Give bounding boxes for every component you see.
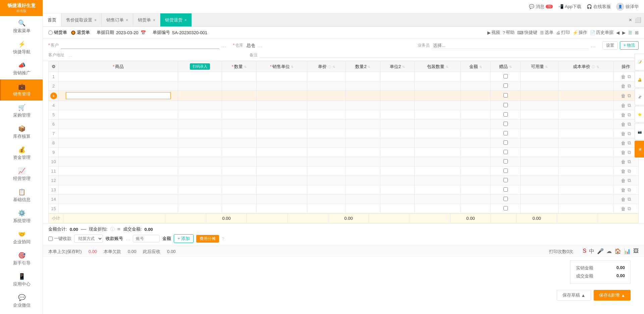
available-cell-13[interactable] bbox=[520, 185, 558, 195]
copy-row-btn-1[interactable]: ⧉ bbox=[628, 74, 631, 79]
unit2-cell-8[interactable] bbox=[380, 138, 415, 148]
unit-price-cell-8[interactable] bbox=[307, 138, 346, 148]
delete-row-btn-2[interactable]: 🗑 bbox=[621, 83, 626, 89]
sidebar-item-operation[interactable]: 📈 经营管理 bbox=[0, 164, 43, 185]
gift-cell-9[interactable] bbox=[491, 148, 521, 157]
delete-row-btn-8[interactable]: 🗑 bbox=[621, 140, 626, 146]
available-sort-icon[interactable]: ⇅ bbox=[545, 65, 548, 69]
sale-unit-cell-14[interactable] bbox=[256, 195, 307, 204]
unit-price-cell-12[interactable] bbox=[307, 176, 346, 185]
cost-price-info-icon[interactable]: ⓘ bbox=[592, 65, 595, 69]
cost-price-cell-11[interactable] bbox=[558, 167, 613, 176]
qty2-cell-1[interactable] bbox=[346, 72, 380, 81]
tab-sale-price-close[interactable]: × bbox=[94, 18, 97, 22]
qty-cell-9[interactable] bbox=[222, 148, 256, 157]
pkg-qty-cell-11[interactable] bbox=[415, 167, 461, 176]
qty-cell-14[interactable] bbox=[222, 195, 256, 204]
available-cell-7[interactable] bbox=[520, 129, 558, 138]
cost-price-cell-4[interactable] bbox=[558, 101, 613, 110]
payment-checkbox[interactable] bbox=[48, 237, 53, 241]
qty2-cell-13[interactable] bbox=[346, 185, 380, 195]
table-icon[interactable]: 📊 bbox=[624, 248, 631, 255]
pkg-qty-cell-14[interactable] bbox=[415, 195, 461, 204]
radio-return-input[interactable] bbox=[71, 30, 75, 35]
copy-row-btn-13[interactable]: ⧉ bbox=[628, 187, 631, 193]
tab-sale-order[interactable]: 销售订单 × bbox=[102, 13, 133, 26]
copy-row-btn-4[interactable]: ⧉ bbox=[628, 103, 631, 108]
copy-row-btn-8[interactable]: ⧉ bbox=[628, 140, 631, 146]
date-value[interactable]: 2023-03-20 bbox=[116, 30, 139, 35]
unit-price-cell-6[interactable] bbox=[307, 120, 346, 129]
unit2-cell-2[interactable] bbox=[380, 81, 415, 91]
pkg-qty-cell-10[interactable] bbox=[415, 157, 461, 167]
sale-unit-cell-1[interactable] bbox=[256, 72, 307, 81]
gift-checkbox-12[interactable] bbox=[503, 178, 508, 182]
available-cell-5[interactable] bbox=[520, 110, 558, 120]
history-btn[interactable]: 📄 历史单据 bbox=[590, 29, 613, 36]
qty2-cell-5[interactable] bbox=[346, 110, 380, 120]
unit2-cell-4[interactable] bbox=[380, 101, 415, 110]
amount-cell-5[interactable] bbox=[461, 110, 491, 120]
available-cell-15[interactable] bbox=[520, 204, 558, 213]
delete-row-btn-3[interactable]: 🗑 bbox=[621, 93, 626, 99]
gift-cell-5[interactable] bbox=[491, 110, 521, 120]
address-dots[interactable]: ... bbox=[68, 53, 72, 58]
product-cell-6[interactable] bbox=[59, 120, 178, 129]
amount-cell-10[interactable] bbox=[461, 157, 491, 167]
product-cell-9[interactable] bbox=[59, 148, 178, 157]
qty-cell-8[interactable] bbox=[222, 138, 256, 148]
staff-input[interactable] bbox=[432, 42, 589, 49]
unit2-cell-5[interactable] bbox=[380, 110, 415, 120]
available-cell-3[interactable] bbox=[520, 91, 558, 101]
amount-sort-icon[interactable]: ⇅ bbox=[479, 65, 482, 69]
gift-checkbox-1[interactable] bbox=[503, 74, 508, 78]
sale-unit-cell-11[interactable] bbox=[256, 167, 307, 176]
amount-cell-12[interactable] bbox=[461, 176, 491, 185]
qty-sort-icon[interactable]: ⇅ bbox=[244, 65, 247, 69]
scan-input-btn[interactable]: 扫码录入 bbox=[190, 63, 210, 70]
right-btn-active[interactable]: 🖥 bbox=[635, 141, 644, 158]
help-btn[interactable]: ? 帮助 bbox=[503, 29, 515, 36]
sale-unit-cell-13[interactable] bbox=[256, 185, 307, 195]
product-cell-3[interactable] bbox=[59, 91, 178, 101]
delete-row-btn-1[interactable]: 🗑 bbox=[621, 74, 626, 79]
pkg-sort-icon[interactable]: ⇅ bbox=[446, 65, 448, 69]
delete-row-btn-11[interactable]: 🗑 bbox=[621, 168, 626, 174]
sidebar-item-basic[interactable]: 📋 基础信息 bbox=[0, 185, 43, 206]
calc-method-select[interactable]: 结算方式 bbox=[74, 235, 103, 243]
unit2-cell-14[interactable] bbox=[380, 195, 415, 204]
qty-cell-7[interactable] bbox=[222, 129, 256, 138]
online-service-button[interactable]: 🎧 在线客服 bbox=[587, 4, 611, 10]
cost-price-cell-3[interactable] bbox=[558, 91, 613, 101]
sidebar-item-search[interactable]: 🔍 搜索菜单 bbox=[0, 16, 43, 37]
delete-row-btn-14[interactable]: 🗑 bbox=[621, 196, 626, 202]
message-button[interactable]: 💬 消息 70 bbox=[529, 4, 553, 10]
delete-row-btn-5[interactable]: 🗑 bbox=[621, 112, 626, 118]
unit2-cell-9[interactable] bbox=[380, 148, 415, 157]
sale-unit-cell-5[interactable] bbox=[256, 110, 307, 120]
sidebar-item-marketing[interactable]: 📣 营销推广 bbox=[0, 58, 43, 79]
unit-price-cell-2[interactable] bbox=[307, 81, 346, 91]
delete-row-btn-7[interactable]: 🗑 bbox=[621, 131, 626, 136]
gift-cell-2[interactable] bbox=[491, 81, 521, 91]
amount-cell-13[interactable] bbox=[461, 185, 491, 195]
sale-unit-cell-3[interactable] bbox=[256, 91, 307, 101]
sidebar-item-enterprise[interactable]: 🤝 企业协同 bbox=[0, 227, 43, 248]
qty-cell-5[interactable] bbox=[222, 110, 256, 120]
qty2-cell-3[interactable] bbox=[346, 91, 380, 101]
unit2-cell-10[interactable] bbox=[380, 157, 415, 167]
copy-row-btn-2[interactable]: ⧉ bbox=[628, 83, 631, 89]
unit-price-info-icon[interactable]: ⓘ bbox=[328, 65, 331, 69]
sale-unit-cell-10[interactable] bbox=[256, 157, 307, 167]
cloud-icon[interactable]: ☁ bbox=[606, 248, 612, 255]
cost-price-cell-13[interactable] bbox=[558, 185, 613, 195]
save-new-button[interactable]: 保存&新增 ▲ bbox=[594, 290, 631, 301]
sidebar-item-app[interactable]: 📱 应用中心 bbox=[0, 269, 43, 291]
copy-row-btn-6[interactable]: ⧉ bbox=[628, 121, 631, 127]
gift-checkbox-13[interactable] bbox=[503, 187, 508, 192]
amount-cell-15[interactable] bbox=[461, 204, 491, 213]
product-cell-10[interactable] bbox=[59, 157, 178, 167]
copy-row-btn-14[interactable]: ⧉ bbox=[628, 196, 631, 202]
remark-input[interactable] bbox=[260, 53, 639, 58]
available-cell-14[interactable] bbox=[520, 195, 558, 204]
